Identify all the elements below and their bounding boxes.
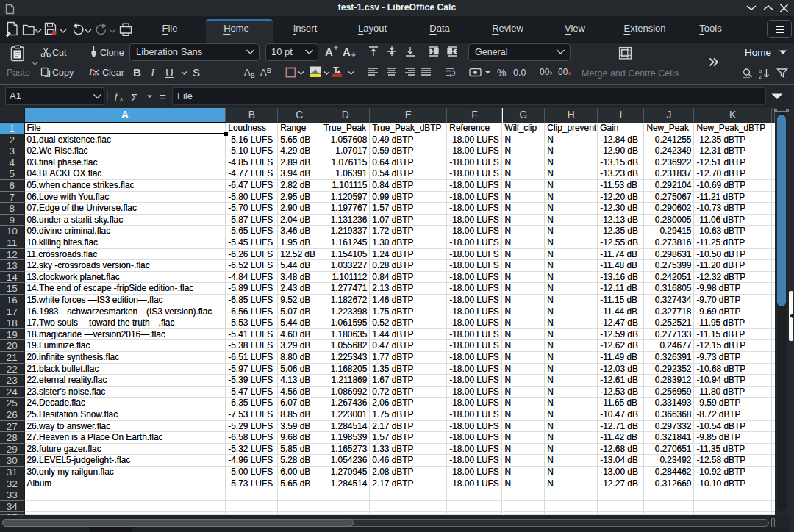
svg-text:f: f (115, 90, 119, 101)
svg-text:z: z (759, 73, 762, 80)
svg-text:x: x (120, 96, 123, 102)
svg-text:I: I (88, 66, 93, 77)
